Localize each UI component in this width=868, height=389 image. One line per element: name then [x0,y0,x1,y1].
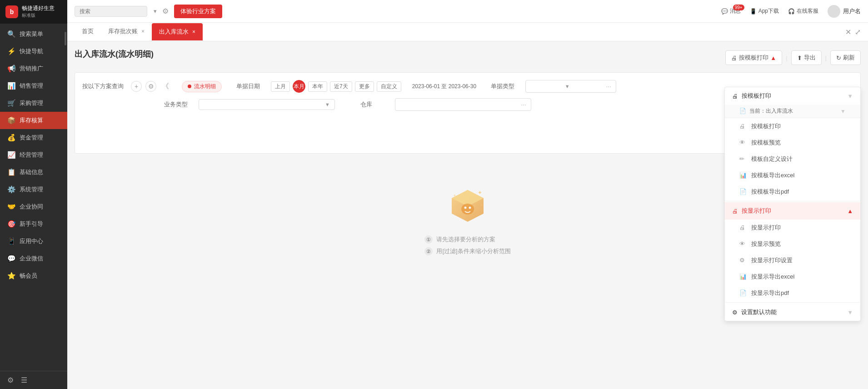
message-icon: 💬 [721,8,728,15]
sidebar-item-cooperation[interactable]: 🤝 企业协同 [0,198,67,215]
sidebar-item-app-center[interactable]: 📱 应用中心 [0,233,67,250]
operation-icon: 📈 [7,151,16,159]
sidebar-item-marketing[interactable]: 📢 营销推广 [0,60,67,77]
settings-footer-btn[interactable]: ⚙ [7,376,14,384]
sidebar-item-member[interactable]: ⭐ 畅会员 [0,267,67,284]
template-export-excel-item[interactable]: 📊 按模板导出excel [725,167,860,184]
display-export-excel-item[interactable]: 📊 按显示导出excel [725,269,860,285]
tab-close-all-btn[interactable]: ✕ [845,28,851,36]
page-title: 出入库流水(流水明细) [75,49,154,60]
filter-add-btn[interactable]: + [131,81,142,92]
sidebar-item-newbie[interactable]: 🎯 新手引导 [0,215,67,233]
sidebar-item-sales[interactable]: 📊 销售管理 [0,77,67,95]
display-print-settings-item[interactable]: ⚙ 按显示打印设置 [725,252,860,269]
finance-icon: 💰 [7,134,16,142]
tab-bar-right-controls: ✕ ⤢ [845,28,861,36]
sidebar-item-quick-nav[interactable]: ⚡ 快捷导航 [0,43,67,60]
display-print-section-header[interactable]: 🖨 按显示打印 ▲ [725,202,860,219]
warehouse-select[interactable]: ··· [395,98,531,111]
filter-tag-dot [188,85,191,88]
filter-main-label: 按以下方案查询 [82,82,124,90]
design-icon: ✏ [739,155,747,163]
sidebar-item-operation[interactable]: 📈 经营管理 [0,146,67,164]
step-2-num: ② [424,247,433,255]
menu-toggle-btn[interactable]: ☰ [21,376,27,384]
sidebar-item-label: 系统管理 [20,185,43,194]
print-dropdown-panel: 🖨 按模板打印 ▼ 📄 当前：出入库流水 ▼ 🖨 按模板打印 👁 [724,87,861,321]
sidebar-item-label: 应用中心 [20,237,43,245]
sidebar-item-basic[interactable]: 📋 基础信息 [0,164,67,181]
printer-icon: 🖨 [739,123,747,130]
tab-flow-close[interactable]: × [192,29,195,35]
basic-icon: 📋 [7,168,16,176]
sales-icon: 📊 [7,82,16,90]
preview-icon: 👁 [739,139,747,146]
date-this-month-btn[interactable]: 本月 [293,80,305,93]
template-preview-item[interactable]: 👁 按模板预览 [725,135,860,151]
sidebar-item-finance[interactable]: 💰 资金管理 [0,129,67,146]
date-custom-btn[interactable]: 自定义 [377,81,401,92]
display-export-pdf-item[interactable]: 📄 按显示导出pdf [725,285,860,301]
topbar-app-download-btn[interactable]: 📱 App下载 [750,7,779,15]
sidebar-item-label: 采购管理 [20,99,43,107]
display-print-item[interactable]: 🖨 按显示打印 [725,219,860,236]
date-this-year-btn[interactable]: 本年 [308,81,327,92]
doc-type-more-icon: ··· [606,83,611,90]
topbar-online-service-btn[interactable]: 🎧 在线客服 [788,7,818,15]
message-badge: 99+ [733,5,744,10]
sidebar-item-purchase[interactable]: 🛒 采购管理 [0,95,67,112]
tab-batch-account[interactable]: 库存批次账 × [101,23,152,41]
biz-type-select[interactable]: ▼ [199,99,335,110]
tab-bar: 首页 库存批次账 × 出入库流水 × ✕ ⤢ [67,23,868,41]
doc-type-arrow: ▼ [565,84,570,89]
refresh-icon: ↻ [836,55,841,61]
service-label: 在线客服 [797,7,818,15]
topbar-chevron-icon[interactable]: ▾ [154,8,157,15]
topbar-gear-icon[interactable]: ⚙ [162,7,169,15]
sidebar-item-label: 企业微信 [20,254,43,263]
topbar-message-btn[interactable]: 💬 消息 99+ [721,7,741,15]
sidebar-item-wechat[interactable]: 💬 企业微信 [0,250,67,267]
refresh-btn[interactable]: ↻ 刷新 [830,50,861,65]
template-export-pdf-item[interactable]: 📄 按模板导出pdf [725,184,860,200]
doc-type-select[interactable]: ▼ ··· [525,80,616,93]
export-icon: ⬆ [797,55,802,61]
sidebar-item-system[interactable]: ⚙️ 系统管理 [0,181,67,198]
excel-icon: 📊 [739,172,747,179]
toolbar-divider-1: | [786,55,787,61]
filter-settings-btn[interactable]: ⚙ [145,81,156,92]
topbar-search-input[interactable] [75,6,147,17]
topbar-user-btn[interactable]: 用户名 [828,5,861,18]
quick-nav-icon: ⚡ [7,47,16,55]
date-last-7-btn[interactable]: 近7天 [330,81,352,92]
display-printer-icon: 🖨 [739,224,747,231]
wechat-icon: 💬 [7,254,16,263]
date-more-btn[interactable]: 更多 [355,81,374,92]
user-name: 用户名 [843,7,861,15]
date-last-month-btn[interactable]: 上月 [271,81,290,92]
sidebar-nav: 🔍 搜索菜单 ⚡ 快捷导航 📢 营销推广 📊 销售管理 🛒 采购管理 📦 库存核… [0,24,67,371]
tab-flow[interactable]: 出入库流水 × [152,23,203,40]
brand-badge: 标准版 [22,12,55,19]
filter-active-tag[interactable]: 流水明细 [182,81,222,92]
default-section-header[interactable]: ⚙ 设置默认功能 ▼ [725,304,860,321]
filter-collapse-btn[interactable]: 《 [160,81,171,92]
template-print-item[interactable]: 🖨 按模板打印 [725,118,860,135]
display-preview-item[interactable]: 👁 按显示预览 [725,236,860,252]
export-btn[interactable]: ⬆ 导出 [791,50,822,65]
sidebar-item-inventory[interactable]: 📦 库存核算 [0,112,67,129]
tab-home[interactable]: 首页 [75,23,101,41]
empty-steps-list: ① 请先选择要分析的方案 ② 用[过滤]条件来缩小分析范围 [424,235,510,259]
printer-icon: 🖨 [731,55,737,61]
svg-text:✦: ✦ [480,204,483,206]
template-print-section-header[interactable]: 🖨 按模板打印 ▼ [725,87,860,105]
tab-batch-account-close[interactable]: × [141,28,145,35]
trial-btn[interactable]: 体验行业方案 [174,5,222,18]
template-custom-item[interactable]: ✏ 模板自定义设计 [725,151,860,167]
print-template-btn[interactable]: 🖨 按模板打印 ▲ [725,50,782,65]
empty-state-icon: ✦ ✦ ✦ [445,181,490,226]
biz-type-label: 业务类型 [164,100,191,109]
sidebar-item-search[interactable]: 🔍 搜索菜单 [0,25,67,43]
tab-expand-btn[interactable]: ⤢ [855,28,861,36]
member-icon: ⭐ [7,272,16,280]
